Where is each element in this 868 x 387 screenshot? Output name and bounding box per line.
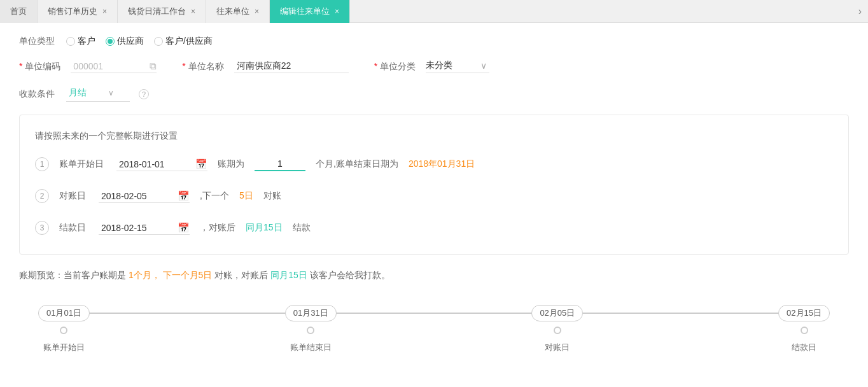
step-2-label: 对账日 [59, 190, 86, 202]
tab-sales-history[interactable]: 销售订单历史 × [38, 0, 118, 23]
timeline-label-2: 账单结束日 [290, 342, 332, 353]
tab-cash-work-label: 钱货日清工作台 [128, 6, 186, 17]
step-1-row: 1 账单开始日 📅 账期为 个月,账单结束日期为 2018年01月31日 [35, 157, 833, 171]
step-2-date-field[interactable]: 📅 [99, 190, 190, 203]
step-1-end-date: 2018年01月31日 [409, 158, 475, 170]
unit-code-copy-icon[interactable]: ⧉ [150, 60, 157, 72]
step-3-prefix: ，对账后 [200, 222, 235, 234]
preview-duizhang: 下一个月5日 [163, 270, 213, 280]
preview-end: 该客户会给我打款。 [310, 270, 390, 280]
step-3-num: 3 [35, 221, 49, 235]
timeline-label-3: 对账日 [545, 342, 570, 353]
tab-sales-history-close[interactable]: × [102, 7, 107, 16]
step-3-calendar-icon[interactable]: 📅 [178, 222, 190, 234]
tab-edit-partner-label: 编辑往来单位 [280, 6, 330, 17]
payment-label: 收款条件 [19, 88, 55, 100]
step-2-date-input[interactable] [99, 190, 175, 202]
timeline-dot-3 [554, 327, 561, 334]
timeline-dot-2 [307, 327, 314, 334]
unit-code-input[interactable] [71, 60, 147, 73]
payment-row: 收款条件 月结 ∨ ? [19, 86, 849, 102]
step-3-suffix: 结款 [293, 222, 311, 234]
payment-arrow-icon: ∨ [108, 88, 114, 97]
timeline: 01月01日 账单开始日 01月31日 账单结束日 02月05日 对账日 02月… [19, 299, 849, 372]
step-1-mid-text: 账期为 [218, 158, 244, 170]
unit-classify-label: 单位分类 [374, 61, 416, 73]
radio-customer-label: 客户 [78, 36, 95, 47]
timeline-point-4: 02月15日 结款日 [778, 305, 849, 353]
tab-edit-partner-close[interactable]: × [335, 7, 339, 16]
step-1-calendar-icon[interactable]: 📅 [195, 158, 207, 170]
timeline-dot-1 [60, 327, 67, 334]
step-1-date-field[interactable]: 📅 [116, 158, 207, 171]
tab-home[interactable]: 首页 [0, 0, 38, 23]
preview-jiekuan: 同月15日 [270, 270, 307, 280]
unit-code-label: 单位编码 [19, 61, 60, 73]
timeline-label-1: 账单开始日 [43, 342, 85, 353]
tab-bar: 首页 销售订单历史 × 钱货日清工作台 × 往来单位 × 编辑往来单位 × › [0, 0, 868, 23]
tab-expand-button[interactable]: › [852, 6, 868, 17]
tab-cash-work-close[interactable]: × [191, 7, 195, 16]
timeline-point-1: 01月01日 账单开始日 [19, 305, 90, 353]
unit-classify-arrow-icon: ∨ [480, 60, 487, 71]
step-3-date-field[interactable]: 📅 [99, 222, 190, 235]
tab-partner-list[interactable]: 往来单位 × [206, 0, 270, 23]
radio-both[interactable]: 客户/供应商 [154, 36, 213, 47]
timeline-label-4: 结款日 [792, 342, 816, 353]
timeline-badge-2: 01月31日 [285, 305, 337, 321]
step-3-row: 3 结款日 📅 ，对账后 同月15日 结款 [35, 221, 833, 235]
step-1-suffix: 个月,账单结束日期为 [316, 158, 398, 170]
timeline-dot-4 [801, 327, 808, 334]
timeline-badge-3: 02月05日 [531, 305, 583, 321]
step-3-label: 结款日 [59, 222, 86, 234]
step-3-highlight: 同月15日 [246, 222, 283, 234]
radio-both-circle [154, 37, 163, 46]
radio-both-label: 客户/供应商 [165, 36, 213, 47]
radio-customer-circle [66, 37, 75, 46]
step-2-calendar-icon[interactable]: 📅 [178, 190, 190, 202]
step-2-prefix: ,下一个 [200, 190, 229, 202]
preview-label: 账期预览：当前客户账期是 [19, 270, 126, 280]
unit-name-input[interactable] [234, 60, 349, 73]
preview-text: 账期预览：当前客户账期是 1个月， 下一个月5日 对账，对账后 同月15日 该客… [19, 267, 849, 283]
tab-partner-list-close[interactable]: × [255, 7, 259, 16]
unit-name-label: 单位名称 [182, 61, 223, 73]
step-1-month-input[interactable] [255, 157, 305, 171]
timeline-badge-1: 01月01日 [38, 305, 90, 321]
tab-edit-partner[interactable]: 编辑往来单位 × [270, 0, 350, 23]
timeline-point-3: 02月05日 对账日 [531, 305, 583, 353]
unit-type-radio-group: 客户 供应商 客户/供应商 [66, 36, 213, 47]
preview-1month: 1个月， [129, 270, 160, 280]
unit-type-label: 单位类型 [19, 36, 55, 47]
timeline-points: 01月01日 账单开始日 01月31日 账单结束日 02月05日 对账日 02月… [19, 305, 849, 353]
tab-cash-work[interactable]: 钱货日清工作台 × [118, 0, 206, 23]
step-2-highlight: 5日 [239, 190, 253, 202]
step-1-num: 1 [35, 157, 49, 171]
radio-supplier-label: 供应商 [117, 36, 144, 47]
step-2-suffix: 对账 [263, 190, 281, 202]
tab-sales-history-label: 销售订单历史 [48, 6, 97, 17]
radio-supplier[interactable]: 供应商 [106, 36, 144, 47]
payment-value: 月结 [66, 86, 89, 100]
step-2-row: 2 对账日 📅 ,下一个 5日 对账 [35, 189, 833, 203]
unit-classify-value: 未分类 [426, 60, 452, 71]
unit-info-row: 单位编码 ⧉ 单位名称 单位分类 未分类 ∨ [19, 60, 849, 73]
payment-help-icon[interactable]: ? [139, 89, 149, 99]
step-2-num: 2 [35, 189, 49, 203]
timeline-point-2: 01月31日 账单结束日 [285, 305, 337, 353]
unit-classify-select[interactable]: 未分类 ∨ [426, 60, 489, 73]
timeline-badge-4: 02月15日 [778, 305, 830, 321]
preview-mid: 对账，对账后 [214, 270, 268, 280]
tab-home-label: 首页 [10, 6, 27, 17]
step-1-label: 账单开始日 [59, 158, 104, 170]
section-title: 请按照未来的一个完整帐期进行设置 [35, 130, 833, 142]
radio-customer[interactable]: 客户 [66, 36, 95, 47]
step-3-date-input[interactable] [99, 222, 175, 234]
tab-partner-list-label: 往来单位 [216, 6, 249, 17]
unit-code-field[interactable]: ⧉ [71, 60, 157, 73]
unit-type-row: 单位类型 客户 供应商 客户/供应商 [19, 36, 849, 47]
step-1-date-input[interactable] [116, 158, 193, 171]
radio-supplier-circle [106, 37, 115, 46]
billing-section: 请按照未来的一个完整帐期进行设置 1 账单开始日 📅 账期为 个月,账单结束日期… [19, 115, 849, 255]
payment-select[interactable]: 月结 ∨ [66, 86, 130, 102]
